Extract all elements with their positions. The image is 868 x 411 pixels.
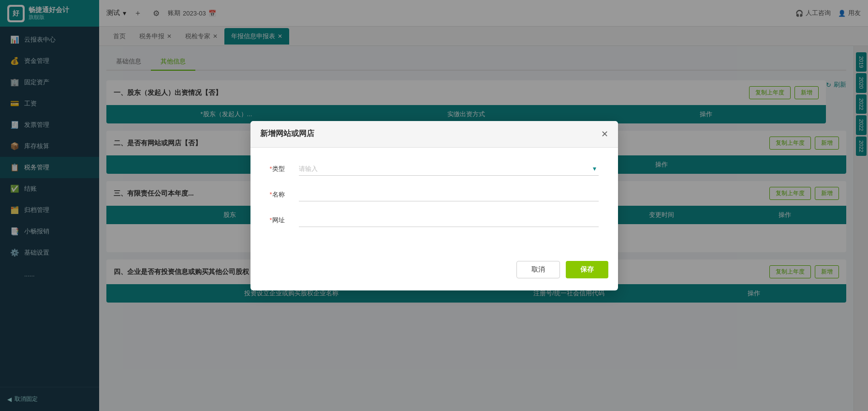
cancel-button[interactable]: 取消 [516,261,560,278]
form-input-url[interactable] [299,213,599,227]
form-label-type: *类型 [270,165,299,173]
form-row-type: *类型 ▾ [270,162,599,176]
dialog-form: *类型 ▾ *名称 *网址 [270,162,599,227]
dialog-header: 新增网站或网店 ✕ [250,121,618,148]
dialog-title: 新增网站或网店 [260,129,314,139]
save-button[interactable]: 保存 [566,261,608,278]
form-label-url: *网址 [270,216,299,225]
dialog-close-button[interactable]: ✕ [601,129,608,139]
form-input-type[interactable] [299,162,599,175]
modal-overlay: 新增网站或网店 ✕ *类型 ▾ *名称 *网址 取消 [0,0,868,411]
dialog-add-website: 新增网站或网店 ✕ *类型 ▾ *名称 *网址 取消 [250,121,618,290]
form-input-wrap-type: ▾ [299,162,599,176]
form-row-url: *网址 [270,213,599,227]
form-row-name: *名称 [270,188,599,201]
dialog-footer: 取消 保存 [250,254,618,290]
dialog-body: *类型 ▾ *名称 *网址 [250,148,618,254]
form-input-wrap-name [299,188,599,201]
form-input-wrap-url [299,213,599,227]
form-label-name: *名称 [270,190,299,199]
form-input-name[interactable] [299,188,599,201]
